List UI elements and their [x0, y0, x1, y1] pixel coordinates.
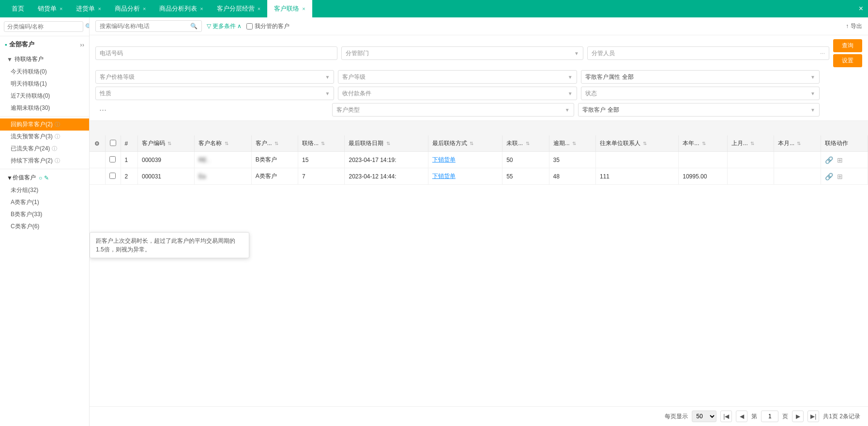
manager-field[interactable]: 分管人员 ··· — [587, 46, 829, 60]
prev-page-btn[interactable]: ◀ — [736, 411, 747, 422]
nav-close-purchase[interactable]: × — [98, 6, 101, 12]
department-field[interactable]: 分管部门 ▼ — [341, 46, 583, 60]
pending-group-title[interactable]: ▼ 待联络客户 — [0, 53, 89, 66]
sidebar-search-area: 🔍 — [0, 17, 89, 36]
nav-close-analysis[interactable]: × — [143, 6, 146, 12]
nav-close-sales[interactable]: × — [60, 6, 62, 12]
row1-checkbox — [105, 152, 121, 168]
info-icon-loss[interactable]: ⓘ — [55, 133, 60, 140]
sidebar-divider-2 — [0, 169, 89, 169]
price-group-settings-icon[interactable]: ✎ — [44, 175, 49, 181]
col-this-year[interactable]: 本年... ⇅ — [679, 135, 727, 152]
nav-product-analysis[interactable]: 商品分析 × — [108, 0, 152, 17]
name-sort-icon: ⇅ — [225, 141, 228, 146]
more-filters-btn[interactable]: ▽ 更多条件 ∧ — [207, 22, 242, 30]
customer-type-field[interactable]: 客户类型 ▼ — [332, 103, 574, 117]
sidebar-collapse-icon[interactable]: ›› — [80, 41, 84, 48]
my-customers-checkbox-label[interactable]: 我分管的客户 — [246, 22, 289, 30]
last-page-btn[interactable]: ▶| — [807, 411, 819, 422]
row1-link-icon[interactable]: 🔗 — [825, 156, 833, 164]
price-level-field[interactable]: 客户价格等级 ▼ — [95, 70, 334, 84]
col-unit-contacts[interactable]: 往来单位联系人 ⇅ — [595, 135, 678, 152]
row2-select[interactable] — [109, 173, 116, 179]
pending-today[interactable]: 今天待联络(0) — [0, 66, 89, 78]
zero-customer-field[interactable]: 零散客户 全部 ▼ — [578, 103, 820, 117]
uncontacted-sort-icon: ⇅ — [526, 141, 530, 146]
first-page-btn[interactable]: |◀ — [720, 411, 732, 422]
col-last-month[interactable]: 上月... ⇅ — [727, 135, 774, 152]
select-all-checkbox[interactable] — [110, 140, 116, 146]
nav-product-analysis-list[interactable]: 商品分析列表 × — [152, 0, 210, 17]
settings-button[interactable]: 设置 — [833, 54, 862, 67]
phone-field[interactable]: 电话号码 — [95, 46, 337, 60]
search-input-wrapper: 🔍 — [95, 20, 202, 32]
lost-customers[interactable]: 已流失客户(24) ⓘ — [0, 143, 89, 155]
row1-grid-icon[interactable]: ⊞ — [837, 156, 843, 164]
next-page-btn[interactable]: ▶ — [792, 411, 804, 422]
row2-grid-icon[interactable]: ⊞ — [837, 173, 843, 180]
col-last-contact-method[interactable]: 最后联络方式 ⇅ — [428, 135, 502, 152]
col-this-month[interactable]: 本月... ⇅ — [774, 135, 821, 152]
class-a-customers[interactable]: A类客户(1) — [0, 196, 89, 208]
info-icon-decline[interactable]: ⓘ — [55, 157, 60, 164]
col-uncontacted[interactable]: 未联... ⇅ — [503, 135, 549, 152]
row1-last-date: 2023-04-17 14:19: — [345, 152, 428, 168]
pending-tomorrow[interactable]: 明天待联络(1) — [0, 78, 89, 90]
filter-icon: ▽ — [207, 23, 211, 29]
row2-last-method: 下销货单 — [428, 168, 502, 185]
sidebar-search-input[interactable] — [4, 21, 83, 32]
nav-customer-contact[interactable]: 客户联络 × — [267, 0, 312, 17]
status-field[interactable]: 状态 ▼ — [581, 87, 820, 100]
table-header-row: ⚙ # 客户编码 ⇅ 客户名称 ⇅ — [90, 135, 868, 152]
nav-close-contact[interactable]: × — [302, 6, 305, 12]
nav-home[interactable]: 首页 — [5, 0, 31, 17]
col-customer-type[interactable]: 客户... ⇅ — [251, 135, 298, 152]
col-name[interactable]: 客户名称 ⇅ — [195, 135, 251, 152]
info-icon-repurchase[interactable]: ⓘ — [55, 121, 60, 128]
search-input[interactable] — [100, 23, 190, 29]
page-size-select[interactable]: 50 20 100 — [692, 411, 716, 422]
price-group-edit-icon[interactable]: ○ — [39, 175, 42, 181]
declining-customers[interactable]: 持续下滑客户(2) ⓘ — [0, 155, 89, 167]
nav-customer-stratify[interactable]: 客户分层经营 × — [210, 0, 267, 17]
all-customers-title[interactable]: ▪ 全部客户 ›› — [0, 36, 89, 53]
close-all-tabs[interactable]: × — [859, 4, 863, 13]
pay-condition-field[interactable]: 收付款条件 ▼ — [338, 87, 577, 100]
my-customers-checkbox[interactable] — [246, 23, 253, 29]
sidebar-search-icon[interactable]: 🔍 — [85, 23, 90, 30]
gender-field[interactable]: 性质 ▼ — [95, 87, 334, 100]
row2-link-icon[interactable]: 🔗 — [825, 173, 833, 180]
unclassified-customers[interactable]: 未分组(32) — [0, 184, 89, 196]
page-number-input[interactable] — [761, 411, 778, 422]
col-settings[interactable]: ⚙ — [90, 135, 105, 152]
sidebar-tree: ▼ 待联络客户 今天待联络(0) 明天待联络(1) 近7天待联络(0) 逾期未联… — [0, 53, 89, 426]
search-icon[interactable]: 🔍 — [190, 23, 198, 29]
class-b-customers[interactable]: B类客户(33) — [0, 208, 89, 220]
customer-level-field[interactable]: 客户等级 ▼ — [338, 70, 577, 84]
col-code[interactable]: 客户编码 ⇅ — [137, 135, 194, 152]
table-row: 2 000031 Ea A类客户 7 — [90, 168, 868, 185]
chevron-icon: ∧ — [237, 23, 242, 29]
class-c-customers[interactable]: C类客户(6) — [0, 220, 89, 233]
nav-sales-order[interactable]: 销货单 × — [31, 0, 69, 17]
col-last-contact-date[interactable]: 最后联络日期 ⇅ — [345, 135, 428, 152]
horizontal-scrollbar[interactable] — [90, 400, 868, 406]
pending-7days[interactable]: 近7天待联络(0) — [0, 90, 89, 102]
price-group: ▼ 价值客户 ○ ✎ 未分组(32) A类客户(1) B类客户(33) C类客户… — [0, 171, 89, 233]
pending-overdue[interactable]: 逾期未联络(30) — [0, 102, 89, 114]
export-btn[interactable]: ↑ 导出 — [846, 22, 862, 30]
query-button[interactable]: 查询 — [833, 39, 862, 52]
loss-warning[interactable]: 流失预警客户(3) ⓘ — [0, 131, 89, 143]
info-icon-lost[interactable]: ⓘ — [52, 145, 57, 152]
repurchase-abnormal[interactable]: 回购异常客户(2) ⓘ — [0, 118, 89, 131]
table-wrapper[interactable]: ⚙ # 客户编码 ⇅ 客户名称 ⇅ — [90, 135, 868, 400]
price-group-title[interactable]: ▼ 价值客户 ○ ✎ — [0, 171, 89, 184]
nav-close-stratify[interactable]: × — [258, 6, 260, 12]
row1-select[interactable] — [109, 156, 116, 162]
gender-arrow: ▼ — [325, 91, 330, 96]
col-overdue[interactable]: 逾期... ⇅ — [549, 135, 595, 152]
nav-close-analysis-list[interactable]: × — [200, 6, 203, 12]
col-contacts[interactable]: 联络... ⇅ — [298, 135, 345, 152]
zero-retail-field[interactable]: 零散客户属性 全部 ▼ — [581, 70, 820, 84]
nav-purchase-order[interactable]: 进货单 × — [69, 0, 107, 17]
